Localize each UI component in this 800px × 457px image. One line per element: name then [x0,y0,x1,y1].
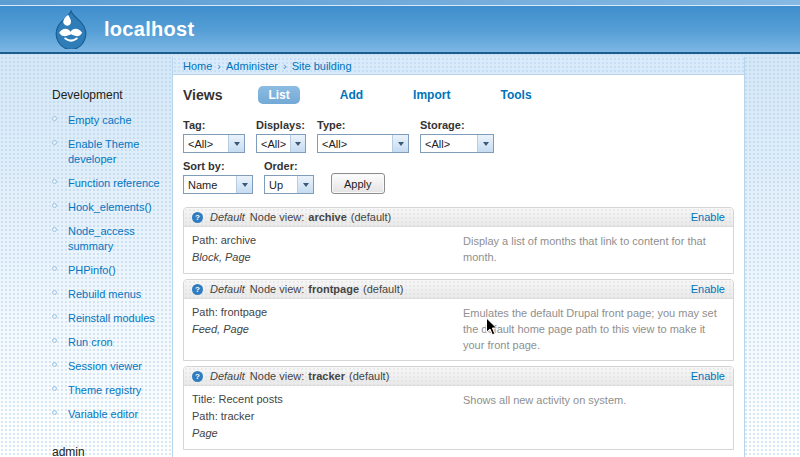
view-type-label: Default [210,283,245,295]
breadcrumb-administer[interactable]: Administer [226,60,278,72]
view-displays: Feed, Page [192,321,463,338]
sidebar-item-node-access-summary[interactable]: Node_access summary [52,224,174,254]
help-icon[interactable]: ? [192,212,203,223]
bullet-circle-icon [52,359,68,367]
view-row-header: ? Default Node view: archive (default) E… [184,208,733,227]
sidebar-item-hook-elements[interactable]: Hook_elements() [52,200,174,215]
help-icon[interactable]: ? [192,371,203,382]
dropdown-arrow-icon [392,135,408,152]
filter-row-2: Sort by: Name Order: Up Apply [183,160,734,194]
bullet-circle-icon [52,287,68,295]
filter-type-select[interactable]: <All> [317,134,409,153]
view-row-header: ? Default Node view: frontpage (default)… [184,280,733,299]
sidebar-section-admin: admin My account Create content Administ… [52,445,174,457]
filter-sort-by: Sort by: Name [183,160,253,194]
filter-sort-by-select[interactable]: Name [183,175,253,194]
filter-displays-label: Displays: [256,119,306,131]
sidebar-item-phpinfo[interactable]: PHPinfo() [52,263,174,278]
dropdown-arrow-icon [290,135,305,152]
view-suffix: (default) [349,370,389,382]
breadcrumb-home[interactable]: Home [183,60,212,72]
breadcrumb-separator: › [217,60,221,72]
filter-row-1: Tag: <All> Displays: <All> Type: <All> S… [183,119,734,153]
bullet-circle-icon [52,263,68,271]
sidebar-item-variable-editor[interactable]: Variable editor [52,407,174,422]
sidebar-item-reinstall-modules[interactable]: Reinstall modules [52,311,174,326]
view-kind: Node view: [250,370,304,382]
breadcrumb: Home › Administer › Site building [173,57,744,75]
site-header: localhost [0,0,800,57]
sidebar-heading-admin: admin [52,445,174,457]
filter-tag: Tag: <All> [183,119,245,153]
drupal-logo-icon[interactable] [52,9,90,49]
sidebar-item-rebuild-menus[interactable]: Rebuild menus [52,287,174,302]
view-row-frontpage: ? Default Node view: frontpage (default)… [183,279,734,361]
content-area: Views List Add Import Tools Tag: <All> D… [173,75,744,457]
breadcrumb-site-building[interactable]: Site building [292,60,352,72]
view-row-body: Path: frontpage Feed, Page Emulates the … [184,299,733,360]
views-list: ? Default Node view: archive (default) E… [183,207,734,450]
view-kind: Node view: [250,211,304,223]
view-description: Shows all new activity on system. [463,391,725,442]
view-details: Path: archive Block, Page [192,232,463,266]
view-path-line: Path: frontpage [192,304,463,321]
sidebar-item-theme-registry[interactable]: Theme registry [52,383,174,398]
filter-storage: Storage: <All> [420,119,494,153]
dropdown-arrow-icon [477,135,493,152]
bullet-circle-icon [52,407,68,415]
enable-link[interactable]: Enable [691,370,725,382]
filter-storage-select[interactable]: <All> [420,134,494,153]
site-name[interactable]: localhost [104,18,195,41]
filter-tag-select[interactable]: <All> [183,134,245,153]
header-main: localhost [0,6,800,54]
dropdown-arrow-icon [297,176,313,193]
view-row-body: Path: archive Block, Page Display a list… [184,227,733,273]
bullet-circle-icon [52,200,68,208]
filter-order-label: Order: [264,160,314,172]
view-title-line: Title: Recent posts [192,391,463,408]
view-name: archive [308,211,347,223]
apply-button[interactable]: Apply [331,173,385,194]
view-row-header: ? Default Node view: tracker (default) E… [184,367,733,386]
tab-import[interactable]: Import [403,86,460,104]
sidebar-item-empty-cache[interactable]: Empty cache [52,113,174,128]
view-name: frontpage [308,283,359,295]
view-row-body: Title: Recent posts Path: tracker Page S… [184,386,733,449]
enable-link[interactable]: Enable [691,211,725,223]
filters: Tag: <All> Displays: <All> Type: <All> S… [183,119,734,194]
mouse-cursor [485,317,498,341]
bullet-circle-icon [52,383,68,391]
enable-link[interactable]: Enable [691,283,725,295]
tab-add[interactable]: Add [330,86,373,104]
view-row-archive: ? Default Node view: archive (default) E… [183,207,734,274]
view-description: Display a list of months that link to co… [463,232,725,266]
bullet-circle-icon [52,311,68,319]
filter-type: Type: <All> [317,119,409,153]
filter-order-select[interactable]: Up [264,175,314,194]
tab-tools[interactable]: Tools [490,86,541,104]
help-icon[interactable]: ? [192,284,203,295]
bullet-circle-icon [52,176,68,184]
filter-storage-label: Storage: [420,119,494,131]
view-kind: Node view: [250,283,304,295]
sidebar: Development Empty cache Enable Theme dev… [52,88,174,457]
view-path-line: Path: archive [192,232,463,249]
sidebar-item-enable-theme-developer[interactable]: Enable Theme developer [52,137,174,167]
view-path-line: Path: tracker [192,408,463,425]
sidebar-item-session-viewer[interactable]: Session viewer [52,359,174,374]
bullet-circle-icon [52,137,68,145]
filter-order: Order: Up [264,160,314,194]
filter-sort-by-label: Sort by: [183,160,253,172]
view-displays: Block, Page [192,249,463,266]
view-details: Path: frontpage Feed, Page [192,304,463,353]
filter-displays-select[interactable]: <All> [256,134,306,153]
filter-type-label: Type: [317,119,409,131]
sidebar-section-development: Development Empty cache Enable Theme dev… [52,88,174,422]
view-type-label: Default [210,211,245,223]
sidebar-item-run-cron[interactable]: Run cron [52,335,174,350]
view-type-label: Default [210,370,245,382]
bullet-circle-icon [52,335,68,343]
sidebar-item-function-reference[interactable]: Function reference [52,176,174,191]
view-description: Emulates the default Drupal front page; … [463,304,725,353]
tab-list[interactable]: List [258,86,299,104]
